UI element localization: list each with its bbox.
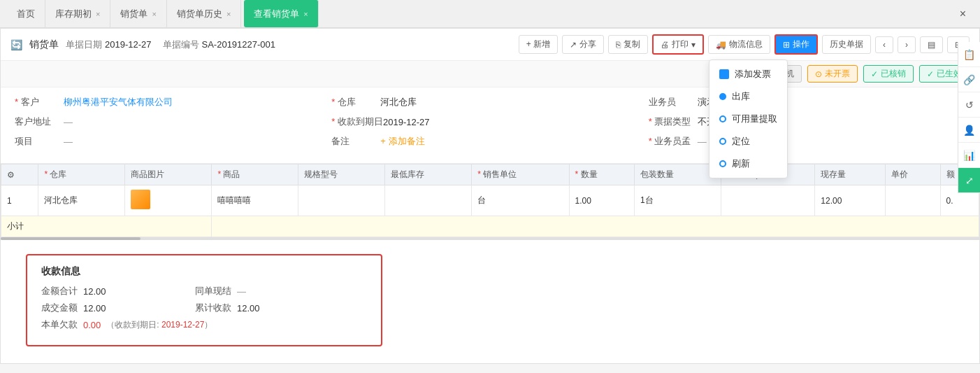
right-panel-icon-5[interactable]: 📊 bbox=[958, 143, 981, 168]
data-table-wrap: ⚙ * 仓库 商品图片 * 商品 规格型号 最低库存 * 销售单位 * 数量 包… bbox=[1, 164, 979, 240]
tab-sales-order[interactable]: 销货单 × bbox=[110, 0, 166, 27]
form-section: 客户 柳州粤港平安气体有限公司 仓库 河北仓库 业务员 演示账号 客户地址 — … bbox=[1, 87, 979, 164]
col-unit-price: 单价 bbox=[886, 164, 940, 185]
cell-image bbox=[125, 185, 212, 216]
right-panel-icon-4[interactable]: 👤 bbox=[958, 118, 981, 143]
col-stock: 现存量 bbox=[815, 164, 886, 185]
tab-sales-history[interactable]: 销货单历史 × bbox=[167, 0, 241, 27]
right-panel-icon-3[interactable]: ↺ bbox=[958, 92, 981, 118]
right-panel-icon-2[interactable]: 🔗 bbox=[958, 67, 981, 92]
dropdown-refresh[interactable]: 刷新 bbox=[709, 153, 787, 175]
summary-total-amount: 金额合计 12.00 bbox=[41, 285, 167, 297]
next-button[interactable]: › bbox=[898, 36, 916, 53]
operation-dropdown: 添加发票 出库 可用量提取 定位 刷新 bbox=[709, 59, 788, 178]
field-address: 客户地址 — bbox=[15, 115, 331, 128]
subtotal-values bbox=[212, 216, 979, 237]
summary-this-order-owed: 本单欠款 0.00 （收款到期日: 2019-12-27） bbox=[41, 318, 212, 331]
form-row-2: 客户地址 — 收款到期日 2019-12-27 票据类型 不开票 bbox=[15, 115, 965, 128]
col-image: 商品图片 bbox=[125, 164, 212, 185]
field-note: 备注 + 添加备注 bbox=[331, 135, 648, 148]
add-button[interactable]: + 新增 bbox=[519, 35, 558, 54]
dropdown-available-qty[interactable]: 可用量提取 bbox=[709, 108, 787, 130]
summary-same-order-payment: 同单现结 — bbox=[195, 285, 321, 297]
cell-warehouse: 河北仓库 bbox=[38, 185, 125, 216]
copy-icon: ⎘ bbox=[616, 40, 621, 50]
subtotal-row: 小计 bbox=[1, 216, 979, 237]
field-project: 项目 — bbox=[15, 135, 331, 148]
not-open-button[interactable]: ⊙ 未开票 bbox=[807, 65, 858, 83]
operation-icon: ⊞ bbox=[783, 40, 790, 50]
document-area: 🔄 销货单 单据日期 2019-12-27 单据编号 SA-20191227-0… bbox=[0, 28, 980, 364]
doc-meta: 单据日期 2019-12-27 单据编号 SA-20191227-001 bbox=[66, 38, 275, 51]
logistics-button[interactable]: 🚚 物流信息 bbox=[708, 35, 770, 54]
col-pack-qty: 包装数量 bbox=[635, 164, 721, 185]
col-product: * 商品 bbox=[212, 164, 298, 185]
locate-icon bbox=[719, 138, 726, 145]
col-quantity: * 数量 bbox=[569, 164, 635, 185]
cell-product: 嘻嘻嘻嘻 bbox=[212, 185, 298, 216]
out-warehouse-icon bbox=[719, 93, 726, 100]
dropdown-out-warehouse[interactable]: 出库 bbox=[709, 85, 787, 108]
history-button[interactable]: 历史单据 bbox=[822, 35, 871, 54]
summary-row-1: 金额合计 12.00 同单现结 — bbox=[41, 285, 367, 297]
prev-button[interactable]: ‹ bbox=[875, 36, 893, 53]
document-header: 🔄 销货单 单据日期 2019-12-27 单据编号 SA-20191227-0… bbox=[1, 29, 979, 61]
field-warehouse: 仓库 河北仓库 bbox=[331, 96, 648, 108]
cell-unit-price bbox=[886, 185, 940, 216]
right-panel: 📋 🔗 ↺ 👤 📊 ⤢ bbox=[958, 42, 980, 193]
tab-sales-history-close[interactable]: × bbox=[226, 10, 231, 18]
cell-sales-unit: 台 bbox=[472, 185, 569, 216]
form-row-3: 项目 — 备注 + 添加备注 业务员孟 — bbox=[15, 135, 965, 148]
summary-box: 收款信息 金额合计 12.00 同单现结 — 成交金额 12.00 累计收款 bbox=[26, 254, 382, 346]
cell-available bbox=[721, 185, 815, 216]
field-salesperson: 业务员 演示账号 bbox=[649, 96, 965, 108]
doc-toolbar: + 新增 ↗ 分享 ⎘ 复制 🖨 打印 ▾ 🚚 物流信息 ⊞ 操作 bbox=[519, 34, 970, 55]
summary-section: 收款信息 金额合计 12.00 同单现结 — 成交金额 12.00 累计收款 bbox=[1, 240, 979, 363]
tab-sales-order-close[interactable]: × bbox=[152, 10, 156, 18]
table-row: 1 河北仓库 嘻嘻嘻嘻 台 1.00 1台 12.00 0. bbox=[1, 185, 979, 216]
scroll-indicator[interactable] bbox=[1, 237, 979, 240]
dropdown-add-invoice[interactable]: 添加发票 bbox=[709, 63, 787, 85]
dropdown-locate[interactable]: 定位 bbox=[709, 130, 787, 153]
field-salesperson2: 业务员孟 — bbox=[649, 135, 965, 148]
right-panel-icon-6[interactable]: ⤢ bbox=[958, 168, 981, 193]
refresh-icon bbox=[719, 160, 726, 167]
share-button[interactable]: ↗ 分享 bbox=[562, 35, 604, 54]
product-table: ⚙ * 仓库 商品图片 * 商品 规格型号 最低库存 * 销售单位 * 数量 包… bbox=[1, 164, 979, 237]
col-settings[interactable]: ⚙ bbox=[1, 164, 38, 185]
summary-deal-amount: 成交金额 12.00 bbox=[41, 302, 167, 314]
available-qty-icon bbox=[719, 115, 726, 122]
summary-total-received: 累计收款 12.00 bbox=[195, 302, 321, 314]
not-open-icon: ⊙ bbox=[815, 69, 822, 79]
operation-button[interactable]: ⊞ 操作 bbox=[774, 34, 818, 55]
tab-home[interactable]: 首页 bbox=[7, 0, 45, 27]
tab-check-sales[interactable]: 查看销货单 × bbox=[244, 0, 318, 27]
add-invoice-icon bbox=[719, 69, 729, 79]
summary-row-3: 本单欠款 0.00 （收款到期日: 2019-12-27） bbox=[41, 318, 367, 331]
summary-title: 收款信息 bbox=[41, 265, 367, 278]
meta-number: 单据编号 SA-20191227-001 bbox=[163, 38, 276, 51]
copy-button[interactable]: ⎘ 复制 bbox=[608, 35, 648, 54]
tab-inventory-close[interactable]: × bbox=[96, 10, 100, 18]
tab-check-sales-close[interactable]: × bbox=[303, 10, 308, 18]
scroll-thumb bbox=[1, 237, 140, 240]
col-min-stock: 最低库存 bbox=[385, 164, 472, 185]
doc-header-left: 🔄 销货单 单据日期 2019-12-27 单据编号 SA-20191227-0… bbox=[10, 38, 519, 51]
col-spec: 规格型号 bbox=[298, 164, 385, 185]
product-image bbox=[131, 190, 150, 209]
doc-title: 销货单 bbox=[29, 38, 59, 51]
grid1-button[interactable]: ▤ bbox=[920, 36, 943, 53]
tab-bar: 首页 库存期初 × 销货单 × 销货单历史 × 查看销货单 × × bbox=[0, 0, 980, 28]
print-button[interactable]: 🖨 打印 ▾ bbox=[652, 34, 704, 55]
tab-inventory[interactable]: 库存期初 × bbox=[45, 0, 110, 27]
cell-min-stock bbox=[385, 185, 472, 216]
subtotal-label: 小计 bbox=[1, 216, 212, 237]
col-warehouse: * 仓库 bbox=[38, 164, 125, 185]
cell-index: 1 bbox=[1, 185, 38, 216]
field-ticket-type: 票据类型 不开票 bbox=[649, 115, 965, 128]
table-header-row: ⚙ * 仓库 商品图片 * 商品 规格型号 最低库存 * 销售单位 * 数量 包… bbox=[1, 164, 979, 185]
global-close-button[interactable]: × bbox=[953, 8, 973, 20]
verified-button[interactable]: ✓ 已核销 bbox=[863, 65, 914, 83]
doc-icon: 🔄 bbox=[10, 39, 22, 50]
right-panel-icon-1[interactable]: 📋 bbox=[958, 42, 981, 67]
